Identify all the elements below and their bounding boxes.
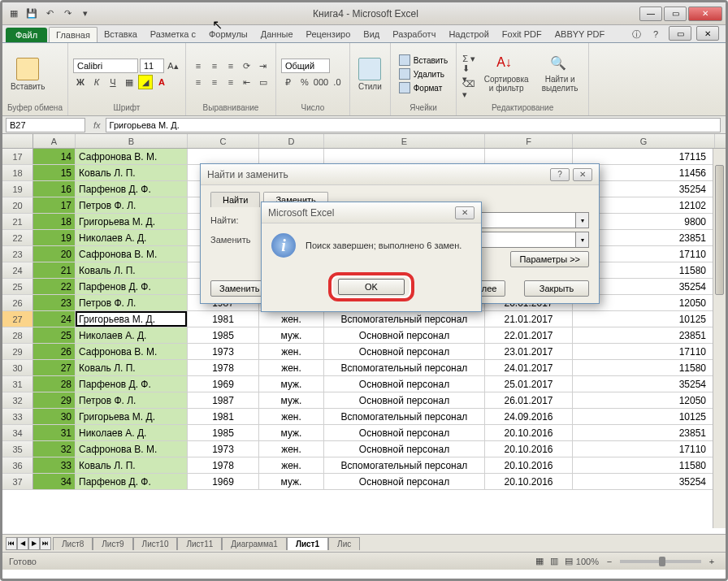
dialog-help-button[interactable]: ? [550,168,570,181]
cell[interactable]: 30 [33,409,76,424]
cell[interactable]: 11580 [573,360,715,375]
cell[interactable]: 1985 [188,327,259,343]
align-right-icon[interactable]: ≡ [223,75,238,89]
orientation-icon[interactable]: ⟳ [240,59,254,73]
row-header[interactable]: 24 [2,262,33,278]
ribbon-tab[interactable]: Foxit PDF [496,27,548,42]
cell[interactable]: 21.01.2017 [485,311,573,327]
inc-decimal-icon[interactable]: .0 [330,75,344,89]
cell[interactable]: 20 [33,246,76,262]
cell[interactable]: Основной персонал [324,327,485,343]
cell[interactable]: 33 [33,457,76,473]
tab-nav-next-icon[interactable]: ▶ [28,537,40,550]
cell[interactable]: 1981 [188,311,259,327]
cell[interactable]: 20.10.2016 [485,425,573,440]
replace-dropdown-icon[interactable]: ▾ [576,232,589,248]
sheet-tab[interactable]: Лист8 [53,537,93,550]
cell[interactable]: муж. [259,376,324,392]
row-header[interactable]: 27 [2,311,33,327]
cell[interactable] [485,149,573,164]
cell[interactable]: 1969 [188,376,259,392]
maximize-button[interactable]: ▭ [664,7,687,21]
ribbon-tab[interactable]: Рецензиро [300,27,358,42]
sheet-tab[interactable]: Диаграмма1 [222,537,287,550]
save-icon[interactable]: 💾 [24,6,40,22]
cell[interactable]: Парфенов Д. Ф. [76,279,188,294]
grow-font-icon[interactable]: A▴ [166,59,180,73]
cell[interactable]: 26 [33,344,76,359]
cell[interactable]: муж. [259,425,324,440]
cell[interactable]: Коваль Л. П. [76,165,188,180]
cell[interactable]: 25.01.2017 [485,376,573,392]
row-header[interactable]: 26 [2,295,33,310]
cell[interactable] [259,149,324,164]
cell[interactable]: муж. [259,392,324,408]
row-header[interactable]: 21 [2,214,33,229]
cell[interactable]: 10125 [573,409,715,424]
qat-more-icon[interactable]: ▾ [77,6,93,22]
ok-button[interactable]: OK [338,279,405,295]
minimize-ribbon-icon[interactable]: ⓘ [628,26,644,42]
cell[interactable]: жен. [259,311,324,327]
undo-icon[interactable]: ↶ [41,6,58,22]
zoom-slider[interactable] [620,560,701,563]
cell[interactable]: 10125 [573,311,715,327]
cell[interactable]: 1987 [188,392,259,408]
cell[interactable]: 1985 [188,425,259,440]
cell[interactable]: Сафронова В. М. [76,149,188,164]
tab-nav-prev-icon[interactable]: ◀ [17,537,28,550]
cell[interactable]: 1981 [188,409,259,424]
cell[interactable]: 1969 [188,474,259,489]
cell[interactable]: 28 [33,376,76,392]
cell[interactable]: 20.10.2016 [485,441,573,457]
row-header[interactable]: 30 [2,360,33,375]
cell[interactable]: 35254 [573,376,715,392]
cell[interactable]: 27 [33,360,76,375]
align-center-icon[interactable]: ≡ [207,75,222,89]
cell[interactable]: 20.10.2016 [485,457,573,473]
view-pagebreak-icon[interactable]: ▤ [561,554,576,569]
ribbon-tab[interactable]: Вид [357,27,386,42]
clear-icon[interactable]: ⌫ ▾ [462,82,476,97]
cell[interactable] [324,149,485,164]
cell[interactable]: жен. [259,344,324,359]
bold-button[interactable]: Ж [73,75,88,89]
cell[interactable]: Вспомогательный персонал [324,360,485,375]
find-dropdown-icon[interactable]: ▾ [576,212,589,228]
cell[interactable]: 22 [33,279,76,294]
cell[interactable]: 16 [33,181,76,197]
excel-icon[interactable]: ▦ [6,6,22,22]
cell[interactable]: Основной персонал [324,392,485,408]
row-header[interactable]: 36 [2,457,33,473]
cell[interactable]: 1973 [188,344,259,359]
row-header[interactable]: 25 [2,279,33,294]
row-header[interactable]: 33 [2,409,33,424]
sheet-tab[interactable]: Лист11 [177,537,222,550]
cell[interactable]: Вспомогательный персонал [324,311,485,327]
italic-button[interactable]: К [89,75,104,89]
cell[interactable]: жен. [259,409,324,424]
cell[interactable]: Петров Ф. Л. [76,392,188,408]
msg-close-button[interactable]: ✕ [455,206,474,219]
cell[interactable]: Основной персонал [324,425,485,440]
ribbon-tab[interactable]: Формулы [202,27,254,42]
cell[interactable]: жен. [259,441,324,457]
ribbon-tab[interactable]: Разработч [386,27,442,42]
cell[interactable]: Парфенов Д. Ф. [76,474,188,489]
row-header[interactable]: 23 [2,246,33,262]
cell[interactable]: жен. [259,360,324,375]
cell[interactable]: 31 [33,425,76,440]
formula-input[interactable]: Григорьева М. Д. [106,118,721,132]
column-header[interactable]: F [485,134,573,148]
number-format-combo[interactable]: Общий [281,59,330,73]
cell[interactable]: Сафронова В. М. [76,344,188,359]
cell[interactable]: 29 [33,392,76,408]
cell[interactable]: 24 [33,311,76,327]
cell[interactable]: Основной персонал [324,376,485,392]
sheet-tab[interactable]: Лист10 [133,537,178,550]
ribbon-tab[interactable]: Данные [254,27,300,42]
align-left-icon[interactable]: ≡ [191,75,206,89]
row-header[interactable]: 19 [2,181,33,197]
cell[interactable]: Николаев А. Д. [76,327,188,343]
cell[interactable]: 23.01.2017 [485,344,573,359]
